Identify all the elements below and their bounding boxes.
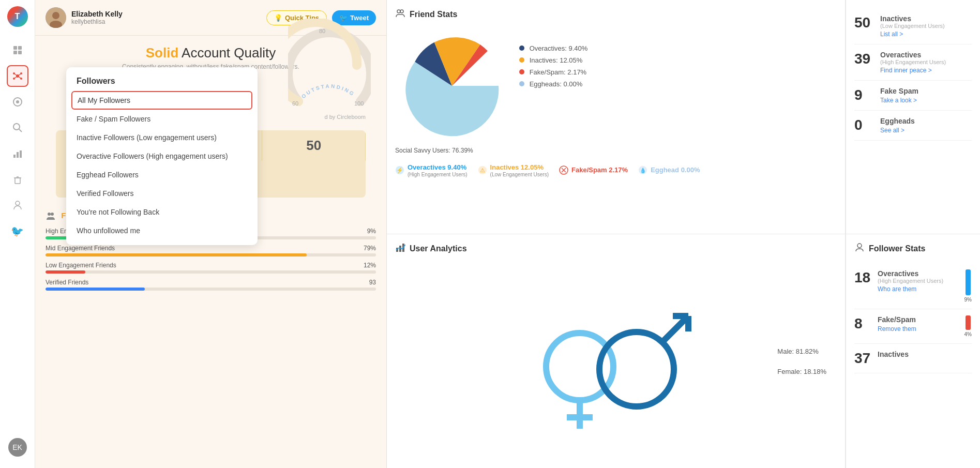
app-logo[interactable]: T xyxy=(7,6,28,27)
total-value: 50 xyxy=(306,138,321,154)
follower-fakespam-info: Fake/Spam Remove them xyxy=(878,315,959,333)
sidebar-icon-person[interactable] xyxy=(7,194,28,216)
overactives-number: 39 xyxy=(854,51,875,67)
sidebar-icon-chart[interactable] xyxy=(7,143,28,164)
sidebar-icon-network[interactable] xyxy=(7,65,28,87)
legend-dot-overactives xyxy=(519,46,524,51)
svg-rect-1 xyxy=(18,46,22,50)
user-avatar[interactable]: EK xyxy=(8,438,27,457)
overactives-sublabel: (High Engagement Users) xyxy=(880,59,972,65)
svg-line-51 xyxy=(662,316,688,342)
gender-svg xyxy=(518,279,714,444)
followers-menu-item-1[interactable]: Fake / Spam Followers xyxy=(66,110,258,128)
fakespam-bar-label: 4% xyxy=(964,331,972,337)
sidebar-icon-twitter[interactable]: 🐦 xyxy=(7,220,28,242)
sidebar-icon-search[interactable] xyxy=(7,117,28,139)
eggheads-link[interactable]: See all > xyxy=(880,127,972,134)
badge-overactives-text: Overactives 9.40% (High Engagement Users… xyxy=(408,162,468,177)
legend-eggheads: Eggheads: 0.00% xyxy=(519,80,587,88)
svg-rect-20 xyxy=(15,178,20,184)
follower-stat-overactives: 18 Overactives (High Engagement Users) W… xyxy=(854,263,972,309)
follower-stats-panel-title: Follower Stats xyxy=(869,244,925,253)
overactives-link[interactable]: Find inner peace > xyxy=(880,67,972,74)
fakespam-info: Fake Spam Take a look > xyxy=(880,87,972,104)
svg-point-54 xyxy=(857,244,862,248)
follower-stat-fakespam: 8 Fake/Spam Remove them 4% xyxy=(854,309,972,344)
follower-stats-title: Follower Stats xyxy=(854,243,972,255)
followers-menu-item-5[interactable]: Verified Followers xyxy=(66,184,258,203)
followers-menu-item-3[interactable]: Overactive Followers (High engagement us… xyxy=(66,147,258,165)
user-analytics-panel: User Analytics xyxy=(387,234,846,468)
eggheads-info: Eggheads See all > xyxy=(880,117,972,134)
fakespam-badge-value: Fake/Spam 2.17% xyxy=(571,166,628,174)
svg-rect-3 xyxy=(18,51,22,54)
fakespam-bar xyxy=(966,315,971,330)
right-content: Friend Stats xyxy=(387,0,980,468)
followers-menu-item-4[interactable]: Egghead Followers xyxy=(66,165,258,184)
overactives-label: Overactives xyxy=(880,51,972,59)
sidebar-icon-circle[interactable] xyxy=(7,91,28,113)
friend-stats-panel: Friend Stats xyxy=(387,0,846,234)
char-row-1: Mid Engagement Friends 79% xyxy=(46,245,376,256)
svg-text:⚠: ⚠ xyxy=(480,167,485,173)
left-panel: Elizabeth Kelly kellybethlisa 💡 Quick Ti… xyxy=(35,0,387,468)
svg-text:💧: 💧 xyxy=(640,167,646,174)
follower-overactives-info: Overactives (High Engagement Users) Who … xyxy=(878,269,959,293)
followers-menu-item-6[interactable]: You're not Following Back xyxy=(66,203,258,221)
gender-labels: Male: 81.82% Female: 18.18% xyxy=(777,348,826,375)
char-label-3: Verified Friends 93 xyxy=(46,279,376,286)
followers-menu-item-7[interactable]: Who unfollowed me xyxy=(66,221,258,240)
sidebar-icon-trash[interactable] xyxy=(7,169,28,190)
inactives-link[interactable]: List all > xyxy=(880,31,972,38)
follower-overactives-sublabel: (High Engagement Users) xyxy=(878,278,959,284)
overactives-bar-label: 9% xyxy=(964,297,972,303)
main-content: Elizabeth Kelly kellybethlisa 💡 Quick Ti… xyxy=(35,0,980,468)
logo-icon: T xyxy=(15,12,20,21)
pie-area: Social Savvy Users: 76.39% Overactives: … xyxy=(395,29,837,154)
fakespam-number: 9 xyxy=(854,87,875,103)
eggheads-number: 0 xyxy=(854,117,875,133)
fakespam-label: Fake Spam xyxy=(880,87,972,95)
svg-rect-19 xyxy=(20,150,22,158)
follower-inactives-label: Inactives xyxy=(878,350,972,358)
overactives-info: Overactives (High Engagement Users) Find… xyxy=(880,51,972,74)
svg-point-31 xyxy=(48,213,51,216)
follower-fakespam-link[interactable]: Remove them xyxy=(878,325,959,333)
pie-legend: Overactives: 9.40% Inactives: 12.05% Fak… xyxy=(519,29,587,88)
stat-total: 50 xyxy=(262,130,366,161)
char-bar-2 xyxy=(46,270,85,274)
svg-text:60: 60 xyxy=(292,100,298,107)
overactives-bar xyxy=(966,269,971,295)
fakespam-link[interactable]: Take a look > xyxy=(880,97,972,104)
inactives-label: Inactives xyxy=(880,14,972,23)
sidebar-icon-grid[interactable] xyxy=(7,39,28,61)
follower-inactives-number: 37 xyxy=(854,350,872,367)
svg-text:OUTSTANDING: OUTSTANDING xyxy=(300,83,356,100)
svg-point-15 xyxy=(13,124,20,130)
follower-overactives-link[interactable]: Who are them xyxy=(878,285,959,293)
sidebar: T 🐦 EK xyxy=(0,0,35,468)
badge-fakespam: Fake/Spam 2.17% xyxy=(559,162,628,177)
sidebar-stat-overactives: 39 Overactives (High Engagement Users) F… xyxy=(854,44,972,81)
overactives-badge-sub: (High Engagement Users) xyxy=(408,172,468,177)
followers-menu-item-0[interactable]: All My Followers xyxy=(71,91,252,110)
friend-stats-icon xyxy=(395,8,405,21)
legend-dot-eggheads xyxy=(519,81,524,86)
analytics-icon xyxy=(395,243,405,255)
char-row-3: Verified Friends 93 xyxy=(46,279,376,291)
user-analytics-panel-title: User Analytics xyxy=(410,244,467,253)
user-analytics-title: User Analytics xyxy=(395,243,837,255)
followers-menu-item-2[interactable]: Inactive Followers (Low engagement users… xyxy=(66,128,258,147)
male-label: Male: 81.82% xyxy=(777,348,826,355)
pie-social-savvy-label: Social Savvy Users: 76.39% xyxy=(395,147,509,154)
inactives-number: 50 xyxy=(854,14,875,31)
friend-stats-panel-title: Friend Stats xyxy=(410,10,457,19)
char-label-1: Mid Engagement Friends 79% xyxy=(46,245,376,252)
follower-stat-inactives: 37 Inactives xyxy=(854,344,972,373)
right-sidebar-stats: 50 Inactives (Low Engagement Users) List… xyxy=(846,0,980,234)
svg-rect-0 xyxy=(13,46,17,50)
svg-rect-17 xyxy=(13,155,16,158)
inactives-sublabel: (Low Engagement Users) xyxy=(880,23,972,29)
follower-inactives-info: Inactives xyxy=(878,350,972,358)
svg-text:100: 100 xyxy=(354,100,364,107)
